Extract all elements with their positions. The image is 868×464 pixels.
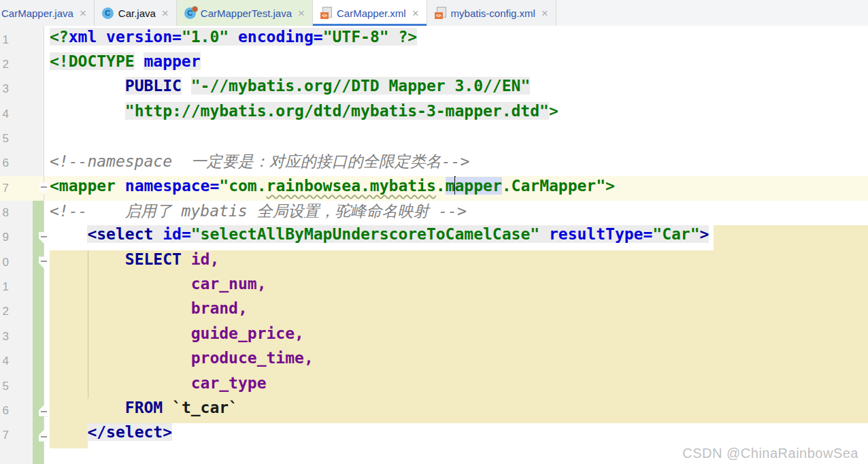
code-token: >: [700, 225, 710, 243]
line-number: 5: [0, 374, 9, 399]
tab-carmapper-java[interactable]: CarMapper.java×: [0, 0, 95, 26]
tab-carmappertest-java[interactable]: CCarMapperTest.java×: [177, 0, 313, 26]
code-token: "http://mybatis.org/dtd/mybatis-3-mapper…: [125, 102, 549, 120]
xml-file-icon: <>: [320, 7, 332, 19]
code-line[interactable]: SELECT id,: [44, 250, 868, 275]
code-token: car_num: [191, 275, 257, 293]
tab-carmapper-xml[interactable]: <>CarMapper.xml×: [313, 0, 427, 26]
line-number: 9: [0, 225, 9, 250]
code-line[interactable]: car_num,: [44, 275, 868, 299]
code-token: [116, 177, 125, 195]
code-line[interactable]: brand,: [44, 299, 868, 324]
code-token: [389, 28, 399, 46]
code-token: </select>: [87, 423, 172, 441]
xml-file-icon: <>: [435, 7, 446, 19]
code-token: [50, 299, 191, 317]
code-line[interactable]: [44, 127, 868, 151]
code-token: [97, 28, 106, 46]
code-token: [50, 325, 191, 342]
tab-close-icon[interactable]: ×: [80, 7, 86, 19]
code-token: .CarMapper": [502, 177, 605, 195]
code-token: "1.0": [182, 28, 229, 46]
line-number: 4: [0, 102, 9, 127]
code-line[interactable]: <!-- 启用了 mybatis 全局设置，驼峰命名映射 -->: [44, 201, 868, 225]
code-token: `t_car`: [172, 399, 238, 416]
code-token: produce_time: [191, 349, 304, 367]
code-token: [539, 225, 549, 243]
code-token: version: [106, 28, 172, 46]
code-token: namespace: [125, 177, 210, 195]
tab-close-icon[interactable]: ×: [298, 7, 305, 19]
code-line[interactable]: <!--namespace 一定要是：对应的接口的全限定类名-->: [44, 151, 868, 176]
code-token: ,: [257, 275, 267, 293]
line-number: 5: [0, 127, 9, 151]
code-line[interactable]: "http://mybatis.org/dtd/mybatis-3-mapper…: [44, 102, 868, 127]
code-token: [229, 28, 238, 46]
code-token: mapper: [144, 52, 200, 70]
tab-label: Car.java: [118, 7, 156, 19]
tab-close-icon[interactable]: ×: [162, 7, 169, 19]
tab-label: CarMapper.java: [1, 7, 73, 19]
code-token: xml: [69, 28, 97, 46]
code-line[interactable]: PUBLIC "-//mybatis.org//DTD Mapper 3.0//…: [44, 77, 868, 101]
editor[interactable]: 12345678901234567 <?xml version="1.0" en…: [0, 26, 868, 464]
code-token: [50, 423, 87, 441]
code-token: ,: [238, 299, 248, 317]
watermark: CSDN @ChinaRainbowSea: [682, 446, 858, 461]
code-token: [50, 374, 191, 392]
code-token: id: [191, 250, 210, 268]
code-line[interactable]: </select>: [44, 423, 868, 448]
code-token: car_type: [191, 374, 267, 392]
code-token: .: [436, 177, 446, 195]
code-token: resultType: [549, 225, 643, 243]
code-token: guide_price: [191, 325, 295, 342]
tab-label: CarMapperTest.java: [201, 7, 292, 19]
code-token: <!--namespace 一定要是：对应的接口的全限定类名-->: [50, 152, 469, 170]
line-number: 8: [0, 201, 9, 225]
code-line[interactable]: <?xml version="1.0" encoding="UTF-8" ?>: [44, 28, 868, 52]
line-number: 7: [0, 176, 9, 201]
code-token: apper: [455, 177, 502, 195]
code-token: [50, 275, 191, 293]
line-number: 4: [0, 349, 9, 374]
code-token: [50, 250, 125, 268]
tab-bar-empty-space: [556, 0, 868, 26]
line-number: 0: [0, 250, 9, 275]
code-token: [50, 225, 87, 243]
code-token: encoding: [238, 28, 314, 46]
tab-close-icon[interactable]: ×: [412, 7, 419, 19]
code-line[interactable]: FROM `t_car`: [44, 399, 868, 423]
code-token: id: [163, 225, 182, 243]
code-line[interactable]: <select id="selectAllByMapUnderscoreToCa…: [44, 225, 868, 250]
code-token: =: [182, 225, 191, 243]
tab-mybatis-config-xml[interactable]: <>mybatis-config.xml×: [427, 0, 556, 26]
code-token: <select: [87, 225, 153, 243]
code-line[interactable]: <!DOCTYPE mapper: [44, 52, 868, 77]
tab-close-icon[interactable]: ×: [541, 7, 548, 19]
code-token: "-//mybatis.org//DTD Mapper 3.0//EN": [191, 77, 531, 95]
code-token: brand: [191, 299, 238, 317]
code-line[interactable]: produce_time,: [44, 349, 868, 374]
code-line[interactable]: guide_price,: [44, 325, 868, 349]
code-line[interactable]: car_type: [44, 374, 868, 399]
code-area[interactable]: <?xml version="1.0" encoding="UTF-8" ?><…: [44, 28, 868, 464]
code-token: [50, 77, 125, 95]
code-token: "com.: [219, 177, 266, 195]
line-number: 6: [0, 399, 9, 423]
code-token: =: [314, 28, 323, 46]
tab-label: CarMapper.xml: [337, 7, 406, 19]
line-number: 2: [0, 299, 9, 324]
tab-car-java[interactable]: CCar.java×: [95, 0, 177, 26]
line-number: 1: [0, 28, 9, 52]
code-token: ,: [295, 325, 304, 342]
code-token: >: [549, 102, 558, 120]
code-token: ,: [210, 250, 219, 268]
code-token: <?: [50, 28, 69, 46]
code-token: [50, 399, 125, 416]
code-line[interactable]: <mapper namespace="com.rainbowsea.mybati…: [44, 176, 868, 201]
java-test-class-icon: C: [184, 7, 196, 19]
code-token: [153, 225, 163, 243]
code-token: [135, 52, 144, 70]
tab-label: mybatis-config.xml: [451, 7, 535, 19]
tab-bar: CarMapper.java×CCar.java×CCarMapperTest.…: [0, 0, 868, 27]
